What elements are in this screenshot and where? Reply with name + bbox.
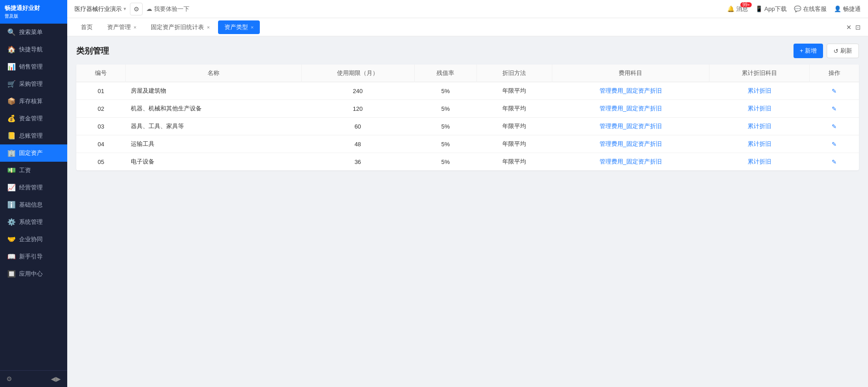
- sidebar-item-search[interactable]: 🔍 搜索菜单: [0, 24, 67, 41]
- content-area: 类别管理 + 新增 ↺ 刷新 编号名称使用期限（月）残值率折旧方法费用科目累计折…: [67, 36, 868, 387]
- sidebar-item-purchase[interactable]: 🛒 采购管理: [0, 75, 67, 93]
- cell-1-2: 120: [301, 100, 414, 118]
- online-service-label: 在线客服: [803, 5, 827, 13]
- sidebar-item-operations[interactable]: 📈 经营管理: [0, 179, 67, 196]
- sidebar-item-ledger[interactable]: 📒 总账管理: [0, 127, 67, 144]
- gear-icon: ⚙: [134, 5, 139, 13]
- minimize-window-button[interactable]: ✕: [846, 24, 852, 31]
- cell-1-4: 年限平均: [477, 100, 552, 118]
- app-download-button[interactable]: 📱 App下载: [755, 5, 787, 13]
- notifications-button[interactable]: 🔔 消息 99+: [727, 5, 748, 13]
- basic-info-icon: ℹ️: [7, 201, 15, 209]
- topbar-settings-button[interactable]: ⚙: [130, 3, 143, 15]
- cell-0-6: 累计折旧: [709, 82, 809, 100]
- company-name: 医疗器械行业演示: [74, 5, 122, 13]
- cell-1-7[interactable]: ✎: [809, 100, 859, 118]
- download-icon: 📱: [755, 5, 763, 12]
- cell-3-2: 48: [301, 135, 414, 153]
- sidebar-item-guide[interactable]: 📖 新手引导: [0, 248, 67, 265]
- sidebar-label-capital: 资金管理: [19, 114, 43, 123]
- cell-1-5: 管理费用_固定资产折旧: [552, 100, 709, 118]
- tab-close-fixed-asset-depreciation[interactable]: ×: [207, 25, 209, 30]
- col-header-4: 折旧方法: [477, 64, 552, 82]
- tab-fixed-asset-depreciation[interactable]: 固定资产折旧统计表×: [144, 20, 216, 34]
- data-table-container: 编号名称使用期限（月）残值率折旧方法费用科目累计折旧科目操作 01房屋及建筑物2…: [76, 64, 859, 170]
- app-logo: 畅捷通好业财 普及版: [0, 0, 67, 24]
- cell-3-7[interactable]: ✎: [809, 135, 859, 153]
- operations-icon: 📈: [7, 184, 15, 192]
- sidebar-item-enterprise[interactable]: 🤝 企业协同: [0, 231, 67, 248]
- cell-3-6: 累计折旧: [709, 135, 809, 153]
- sidebar-label-system: 系统管理: [19, 218, 43, 226]
- cell-0-4: 年限平均: [477, 82, 552, 100]
- main-area: 医疗器械行业演示 ▾ ⚙ ☁ 我要体验一下 🔔 消息 99+ 📱 App下载: [67, 0, 868, 387]
- table-body: 01房屋及建筑物2405%年限平均管理费用_固定资产折旧累计折旧✎02机器、机械…: [76, 82, 859, 171]
- cell-4-2: 36: [301, 153, 414, 171]
- new-button[interactable]: + 新增: [794, 44, 823, 58]
- window-controls: ✕ ⊡: [846, 24, 861, 31]
- sidebar-label-guide: 新手引导: [19, 253, 43, 261]
- cell-1-0: 02: [76, 100, 125, 118]
- online-service-button[interactable]: 💬 在线客服: [794, 5, 827, 13]
- cell-1-6: 累计折旧: [709, 100, 809, 118]
- sidebar-label-apps: 应用中心: [19, 270, 43, 278]
- col-header-6: 累计折旧科目: [709, 64, 809, 82]
- sidebar-menu: 🔍 搜索菜单 🏠 快捷导航 📊 销售管理 🛒 采购管理 📦 库存核算 💰 资金管…: [0, 24, 67, 370]
- sidebar-item-payroll[interactable]: 💵 工资: [0, 162, 67, 179]
- avatar-icon: 👤: [834, 5, 841, 12]
- cell-4-6: 累计折旧: [709, 153, 809, 171]
- cell-3-0: 04: [76, 135, 125, 153]
- sidebar-item-quicknav[interactable]: 🏠 快捷导航: [0, 41, 67, 58]
- bell-icon: 🔔: [727, 5, 734, 12]
- cell-4-4: 年限平均: [477, 153, 552, 171]
- cell-3-5: 管理费用_固定资产折旧: [552, 135, 709, 153]
- sidebar-item-capital[interactable]: 💰 资金管理: [0, 110, 67, 127]
- quicknav-icon: 🏠: [7, 45, 15, 54]
- page-title: 类别管理: [76, 45, 109, 56]
- purchase-icon: 🛒: [7, 80, 15, 88]
- sidebar-item-system[interactable]: ⚙️ 系统管理: [0, 213, 67, 231]
- cell-2-2: 60: [301, 118, 414, 135]
- company-selector[interactable]: 医疗器械行业演示 ▾: [74, 5, 126, 13]
- user-profile-button[interactable]: 👤 畅捷通: [834, 5, 861, 13]
- refresh-label: 刷新: [840, 47, 852, 55]
- service-icon: 💬: [794, 5, 801, 12]
- search-icon: 🔍: [7, 28, 15, 36]
- tab-close-asset-management[interactable]: ×: [134, 25, 136, 30]
- sidebar-label-search: 搜索菜单: [19, 28, 43, 36]
- chevron-down-icon: ▾: [124, 6, 126, 12]
- cell-0-3: 5%: [414, 82, 476, 100]
- maximize-window-button[interactable]: ⊡: [855, 24, 861, 31]
- cell-1-1: 机器、机械和其他生产设备: [125, 100, 301, 118]
- tab-asset-type[interactable]: 资产类型×: [218, 20, 260, 34]
- sidebar-label-fixed-assets: 固定资产: [19, 149, 43, 157]
- cell-2-7[interactable]: ✎: [809, 118, 859, 135]
- logo-title: 畅捷通好业财: [5, 4, 40, 12]
- tab-home[interactable]: 首页: [74, 20, 99, 34]
- cell-0-0: 01: [76, 82, 125, 100]
- settings-icon[interactable]: ⚙: [6, 375, 12, 382]
- cell-2-4: 年限平均: [477, 118, 552, 135]
- experience-button[interactable]: ☁ 我要体验一下: [146, 5, 189, 13]
- sidebar-item-basic-info[interactable]: ℹ️ 基础信息: [0, 196, 67, 213]
- collapse-icon[interactable]: ◀▶: [51, 375, 61, 382]
- sidebar-item-apps[interactable]: 🔲 应用中心: [0, 265, 67, 283]
- page-header: 类别管理 + 新增 ↺ 刷新: [76, 44, 859, 58]
- refresh-button[interactable]: ↺ 刷新: [827, 44, 859, 58]
- cell-2-3: 5%: [414, 118, 476, 135]
- tabbar: 首页资产管理×固定资产折旧统计表×资产类型× ✕ ⊡: [67, 18, 868, 36]
- sidebar-item-sales[interactable]: 📊 销售管理: [0, 58, 67, 75]
- cell-2-1: 器具、工具、家具等: [125, 118, 301, 135]
- sidebar-label-sales: 销售管理: [19, 63, 43, 71]
- cell-4-3: 5%: [414, 153, 476, 171]
- cell-0-7[interactable]: ✎: [809, 82, 859, 100]
- col-header-1: 名称: [125, 64, 301, 82]
- topbar: 医疗器械行业演示 ▾ ⚙ ☁ 我要体验一下 🔔 消息 99+ 📱 App下载: [67, 0, 868, 18]
- col-header-5: 费用科目: [552, 64, 709, 82]
- sidebar-item-fixed-assets[interactable]: 🏢 固定资产: [0, 144, 67, 162]
- user-label: 畅捷通: [843, 5, 861, 13]
- tab-asset-management[interactable]: 资产管理×: [101, 20, 143, 34]
- cell-4-7[interactable]: ✎: [809, 153, 859, 171]
- tab-close-asset-type[interactable]: ×: [251, 25, 253, 30]
- sidebar-item-inventory[interactable]: 📦 库存核算: [0, 93, 67, 110]
